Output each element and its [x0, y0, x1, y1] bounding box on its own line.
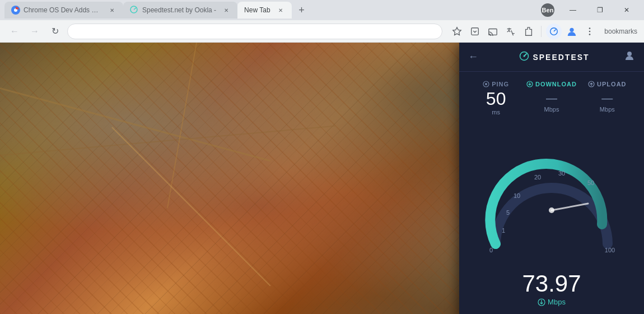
speedtest-logo-text: SPEEDTEST — [533, 53, 589, 62]
refresh-button[interactable]: ↻ — [47, 24, 63, 39]
translate-icon[interactable] — [503, 24, 519, 39]
svg-text:5: 5 — [506, 209, 510, 216]
svg-text:100: 100 — [605, 247, 615, 253]
maximize-button[interactable]: ❐ — [587, 2, 613, 19]
address-bar[interactable] — [67, 24, 442, 39]
svg-rect-2 — [472, 27, 479, 35]
svg-text:30: 30 — [558, 170, 565, 177]
tab-close-newtab[interactable]: ✕ — [276, 6, 285, 15]
download-label: DOWNLOAD — [526, 81, 577, 87]
tab-newtab[interactable]: New Tab ✕ — [237, 2, 291, 19]
tab-favicon-chrome — [11, 6, 20, 15]
speedtest-logo: SPEEDTEST — [485, 51, 624, 63]
window-controls: Ben — ❐ ✕ — [541, 2, 640, 19]
pocket-icon[interactable] — [467, 24, 483, 39]
svg-point-5 — [570, 27, 574, 31]
cast-icon[interactable] — [485, 24, 501, 39]
svg-text:10: 10 — [514, 192, 520, 199]
new-tab-button[interactable]: + — [294, 2, 310, 18]
download-unit: Mbps — [544, 106, 559, 113]
svg-point-13 — [485, 83, 487, 85]
svg-text:50: 50 — [587, 179, 594, 186]
content-area: ← SPEEDTEST — [0, 43, 644, 314]
extension-icon[interactable] — [521, 24, 536, 39]
svg-point-7 — [589, 30, 591, 32]
svg-line-16 — [552, 204, 588, 210]
tab-label-chromeos: Chrome OS Dev Adds Ma... — [24, 6, 102, 14]
svg-text:20: 20 — [534, 174, 541, 181]
tab-close-speedtest[interactable]: ✕ — [222, 6, 231, 15]
ping-value: 50 — [486, 90, 506, 108]
tab-close-chromeos[interactable]: ✕ — [108, 6, 116, 15]
minimize-button[interactable]: — — [560, 2, 586, 19]
metric-download: DOWNLOAD — Mbps — [524, 81, 579, 116]
speed-unit: Mbps — [538, 298, 566, 306]
tab-label-newtab: New Tab — [244, 6, 270, 14]
tab-chromeos[interactable]: Chrome OS Dev Adds Ma... ✕ — [4, 2, 123, 19]
svg-text:0: 0 — [489, 247, 493, 253]
metric-upload: UPLOAD — Mbps — [580, 81, 635, 116]
speedtest-panel: ← SPEEDTEST — [459, 43, 644, 314]
speedtest-logo-icon — [519, 51, 529, 63]
toolbar-icons — [449, 24, 598, 39]
upload-dash: — — [601, 92, 613, 105]
menu-icon[interactable] — [582, 24, 598, 39]
forward-button: → — [27, 24, 43, 39]
speedtest-back-button[interactable]: ← — [468, 51, 478, 63]
title-bar: Chrome OS Dev Adds Ma... ✕ Speedtest.net… — [0, 0, 644, 20]
profile-icon[interactable] — [564, 24, 580, 39]
nav-bar: ← → ↻ — [0, 20, 644, 43]
tab-favicon-speedtest — [130, 6, 139, 15]
close-button[interactable]: ✕ — [614, 2, 640, 19]
svg-point-17 — [549, 207, 554, 213]
speedtest-header: ← SPEEDTEST — [459, 43, 644, 72]
svg-point-10 — [524, 55, 525, 57]
ping-label: PING — [483, 81, 509, 87]
speedtest-gauge: 0 1 5 10 20 30 50 100 — [479, 137, 624, 261]
speedtest-user-icon[interactable] — [624, 50, 635, 64]
tab-label-speedtest: Speedtest.net by Ookla - — [142, 6, 216, 14]
svg-point-11 — [627, 52, 632, 56]
bookmark-star-icon[interactable] — [449, 24, 465, 39]
bookmarks-bar-label: bookmarks — [604, 27, 637, 35]
extensions-separator — [541, 26, 542, 37]
speedtest-gauge-container: 0 1 5 10 20 30 50 100 — [459, 120, 644, 272]
svg-point-6 — [589, 27, 591, 29]
upload-unit: Mbps — [600, 106, 615, 113]
ping-unit: ms — [492, 109, 500, 116]
svg-point-8 — [589, 34, 591, 35]
speedtest-bottom: 73.97 Mbps — [459, 272, 644, 314]
tab-speedtest[interactable]: Speedtest.net by Ookla - ✕ — [123, 2, 237, 19]
speedtest-extension-icon[interactable] — [546, 24, 562, 39]
user-badge[interactable]: Ben — [541, 3, 554, 17]
svg-text:1: 1 — [502, 227, 505, 234]
metric-ping: PING 50 ms — [468, 81, 524, 116]
browser-frame: Chrome OS Dev Adds Ma... ✕ Speedtest.net… — [0, 0, 644, 314]
upload-label: UPLOAD — [588, 81, 626, 87]
back-button: ← — [7, 24, 22, 39]
speed-value: 73.97 — [522, 272, 581, 295]
download-dash: — — [546, 92, 557, 105]
speedtest-metrics: PING 50 ms DOWNLOAD — Mbps — [459, 72, 644, 120]
